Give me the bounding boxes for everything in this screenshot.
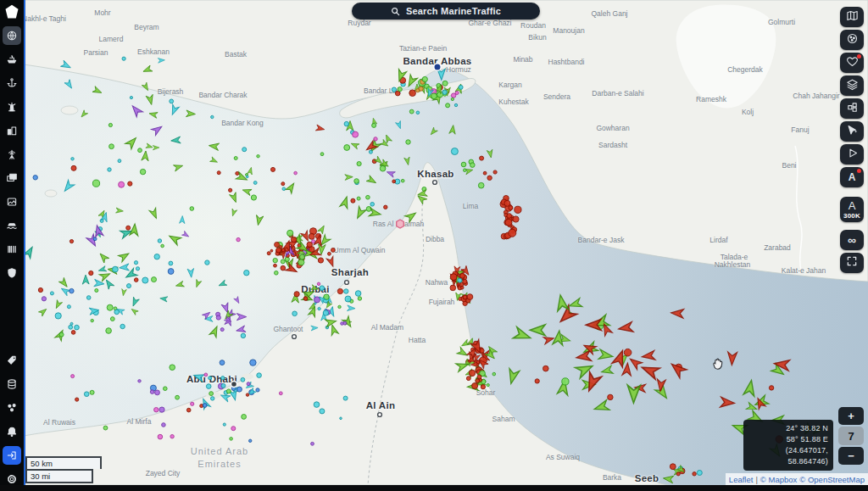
vessel-marker[interactable] [234,157,237,160]
vessel-marker[interactable] [248,167,254,175]
vessel-marker[interactable] [150,390,154,394]
vessel-marker[interactable] [205,260,209,265]
vessel-marker[interactable] [24,245,36,259]
toolbar-map-styles-button[interactable] [840,30,864,50]
vessel-marker[interactable] [174,163,184,171]
vessel-marker[interactable] [130,224,139,236]
vessel-marker[interactable] [307,242,312,247]
vessel-marker[interactable] [369,150,372,153]
vessel-marker[interactable] [406,140,410,144]
vessel-marker[interactable] [460,273,465,278]
vessel-marker[interactable] [170,99,174,103]
vessel-marker[interactable] [236,314,246,321]
vessel-marker[interactable] [697,471,702,476]
vessel-marker[interactable] [125,135,139,149]
vessel-marker[interactable] [506,369,520,385]
vessel-marker[interactable] [168,269,174,275]
sidebar-item-stations[interactable] [3,121,21,140]
vessel-marker[interactable] [127,284,131,288]
vessel-marker[interactable] [236,326,246,334]
vessel-marker[interactable] [323,310,328,315]
vessel-marker[interactable] [627,385,640,403]
vessel-marker[interactable] [230,192,239,204]
sidebar-item-fleets[interactable] [3,216,21,235]
vessel-marker[interactable] [130,97,132,99]
search-bar[interactable]: Search MarineTraffic [352,3,540,20]
vessel-marker[interactable] [211,397,214,400]
toolbar-map-guide-button[interactable] [840,7,864,27]
vessel-marker[interactable] [463,280,467,284]
vessel-marker[interactable] [107,304,113,310]
vessel-marker[interactable] [170,435,174,438]
vessel-marker[interactable] [446,103,450,108]
vessel-marker[interactable] [467,294,473,300]
toolbar-fullscreen-button[interactable] [840,253,864,273]
toolbar-favorites-button[interactable] [840,53,864,73]
vessel-marker[interactable] [386,170,395,178]
sidebar-item-map-explore[interactable] [3,26,21,45]
vessel-marker[interactable] [492,372,496,376]
toolbar-playback-button[interactable] [840,144,864,165]
vessel-marker[interactable] [175,395,180,399]
vessel-marker[interactable] [182,231,191,238]
sidebar-item-protect[interactable] [3,264,21,282]
vessel-marker[interactable] [223,423,225,426]
vessel-marker[interactable] [343,321,347,325]
vessel-marker[interactable] [459,85,463,89]
vessel-marker[interactable] [220,328,224,332]
vessel-marker[interactable] [270,249,273,252]
vessel-marker[interactable] [71,165,76,170]
vessel-marker[interactable] [146,143,153,150]
vessel-marker[interactable] [481,385,485,389]
vessel-marker[interactable] [504,200,510,206]
vessel-marker[interactable] [405,75,418,88]
vessel-marker[interactable] [120,324,125,328]
vessel-marker[interactable] [142,65,153,75]
vessel-marker[interactable] [338,305,341,308]
vessel-marker[interactable] [247,382,250,386]
vessel-marker[interactable] [106,328,112,334]
vessel-marker[interactable] [53,300,62,310]
vessel-marker[interactable] [140,169,145,174]
vessel-marker[interactable] [142,277,148,283]
vessel-marker[interactable] [148,110,158,118]
vessel-marker[interactable] [93,237,97,241]
vessel-marker[interactable] [318,224,326,233]
vessel-marker[interactable] [350,141,359,148]
vessel-marker[interactable] [318,258,323,263]
vessel-marker[interactable] [357,162,361,166]
vessel-marker[interactable] [71,331,75,335]
vessel-marker[interactable] [241,333,245,338]
vessel-marker[interactable] [392,87,396,92]
vessel-marker[interactable] [353,206,366,220]
vessel-marker[interactable] [180,215,186,223]
vessel-marker[interactable] [142,151,149,161]
vessel-marker[interactable] [275,271,279,276]
vessel-marker[interactable] [242,415,247,420]
vessel-marker[interactable] [461,162,466,167]
vessel-marker[interactable] [80,110,88,119]
vessel-marker[interactable] [108,168,111,171]
vessel-marker[interactable] [221,377,225,380]
vessel-marker[interactable] [476,379,480,383]
vessel-marker[interactable] [670,309,683,318]
vessel-marker[interactable] [33,176,37,180]
vessel-marker[interactable] [405,209,419,222]
vessel-marker[interactable] [170,365,175,371]
vessel-marker[interactable] [458,278,462,282]
vessel-marker[interactable] [152,124,164,136]
vessel-marker[interactable] [287,230,293,236]
vessel-marker[interactable] [422,76,427,81]
vessel-marker[interactable] [113,266,119,272]
vessel-marker[interactable] [601,365,614,376]
vessel-marker[interactable] [59,286,70,296]
vessel-marker[interactable] [291,237,296,242]
vessel-marker[interactable] [398,87,402,92]
vessel-marker[interactable] [298,259,304,265]
vessel-marker[interactable] [58,277,70,288]
vessel-marker[interactable] [320,153,324,156]
vessel-marker[interactable] [449,125,457,134]
vessel-marker[interactable] [86,296,91,300]
sidebar-item-gallery[interactable] [3,192,21,211]
vessel-marker[interactable] [155,390,160,395]
